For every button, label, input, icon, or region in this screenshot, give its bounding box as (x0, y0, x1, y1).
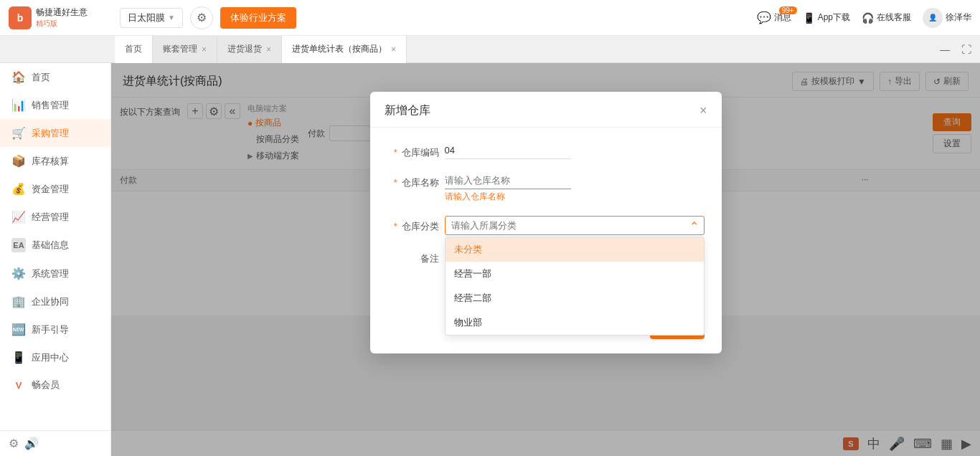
tab-purchase-stats-close-icon[interactable]: × (391, 44, 396, 54)
sidebar-item-system[interactable]: ⚙️ 系统管理 (0, 260, 110, 288)
required-mark-name: * (394, 177, 397, 188)
dropdown-item-unclassified[interactable]: 未分类 (446, 237, 704, 262)
tab-purchase-return-close-icon[interactable]: × (266, 44, 271, 54)
name-input-wrapper: 请输入仓库名称 (445, 172, 705, 203)
user-icon: 👤 (928, 14, 937, 22)
tab-maximize-icon[interactable]: ⛶ (958, 42, 974, 57)
sidebar-item-purchase[interactable]: 🛒 采购管理 (0, 119, 110, 147)
name-input[interactable] (445, 172, 571, 189)
sidebar-item-basic-label: 基础信息 (32, 239, 69, 252)
dropdown-item-dept3[interactable]: 物业部 (446, 310, 704, 335)
logo-area: b 畅捷通好生意 精巧版 (9, 6, 120, 29)
sidebar-item-guide[interactable]: 🆕 新手引导 (0, 315, 110, 343)
store-selector[interactable]: 日太阳膜 ▼ (120, 8, 183, 28)
finance-icon: 💰 (11, 182, 26, 196)
top-header: b 畅捷通好生意 精巧版 日太阳膜 ▼ ⚙ 体验行业方案 💬 消息 99+ 📱 … (0, 0, 980, 36)
store-chevron-icon: ▼ (168, 14, 175, 22)
sidebar-settings-icon[interactable]: ⚙ (9, 437, 19, 450)
sidebar-item-operations[interactable]: 📈 经营管理 (0, 203, 110, 231)
store-name: 日太阳膜 (128, 11, 165, 24)
sidebar-item-sales[interactable]: 📊 销售管理 (0, 91, 110, 119)
sidebar-item-basic[interactable]: EA 基础信息 (0, 231, 110, 260)
inventory-icon: 📦 (11, 154, 26, 168)
vip-icon: V (11, 380, 26, 391)
sidebar-item-enterprise[interactable]: 🏢 企业协同 (0, 288, 110, 315)
name-error-hint: 请输入仓库名称 (445, 191, 705, 203)
dialog-body: * 仓库编码 * 仓库名称 (370, 128, 722, 306)
sidebar-item-system-label: 系统管理 (32, 267, 69, 280)
category-input[interactable] (445, 216, 705, 235)
required-mark-category: * (394, 221, 397, 232)
code-label: * 仓库编码 (387, 142, 445, 159)
tab-minimize-icon[interactable]: — (937, 42, 953, 57)
sidebar-item-appcenter-label: 应用中心 (32, 351, 69, 364)
sidebar-item-home-label: 首页 (32, 71, 50, 84)
category-input-wrapper: ⌃ 未分类 经营一部 经营二部 物业部 (445, 216, 705, 235)
sidebar-bottom: ⚙ 🔊 (0, 430, 110, 456)
category-chevron-icon[interactable]: ⌃ (689, 219, 699, 232)
system-icon: ⚙️ (11, 267, 26, 280)
home-icon: 🏠 (11, 70, 26, 84)
tab-home-label: 首页 (125, 43, 142, 55)
main-layout: 🏠 首页 📊 销售管理 🛒 采购管理 📦 库存核算 💰 资金管理 📈 经营管理 … (0, 63, 980, 456)
logo-text: 畅捷通好生意 精巧版 (36, 6, 88, 29)
operations-icon: 📈 (11, 210, 26, 224)
code-input-wrapper (445, 142, 705, 159)
tab-accounts[interactable]: 账套管理 × (153, 36, 217, 63)
appcenter-icon: 📱 (11, 351, 26, 364)
tab-purchase-stats-label: 进货单统计表（按商品） (292, 43, 387, 55)
content-area: 进货单统计(按商品) 🖨 按模板打印 ▼ ↑ 导出 ↺ 刷新 按以下方案查询 (111, 63, 980, 456)
guide-icon: 🆕 (11, 323, 26, 336)
sidebar-item-home[interactable]: 🏠 首页 (0, 63, 110, 91)
customer-service-btn[interactable]: 🎧 在线客服 (862, 11, 911, 24)
sidebar-item-vip-label: 畅会员 (32, 379, 60, 391)
dialog-header: 新增仓库 × (370, 92, 722, 128)
name-label: * 仓库名称 (387, 172, 445, 189)
dropdown-item-dept1[interactable]: 经营一部 (446, 262, 704, 286)
category-dropdown: 未分类 经营一部 经营二部 物业部 (445, 237, 705, 336)
form-row-category: * 仓库分类 ⌃ 未分类 经营一部 经营二部 物业部 (387, 216, 705, 235)
sidebar-item-sales-label: 销售管理 (32, 99, 69, 112)
tab-accounts-close-icon[interactable]: × (202, 44, 207, 54)
tab-bar-right: — ⛶ (937, 42, 980, 57)
category-label: * 仓库分类 (387, 216, 445, 233)
headset-icon: 🎧 (862, 12, 874, 24)
required-mark-code: * (394, 147, 397, 158)
dialog-title: 新增仓库 (385, 103, 430, 118)
header-right: 💬 消息 99+ 📱 App下载 🎧 在线客服 👤 徐泽华 (757, 8, 971, 28)
sidebar-item-enterprise-label: 企业协同 (32, 295, 69, 308)
notes-label: 备注 (387, 248, 445, 265)
sidebar-item-appcenter[interactable]: 📱 应用中心 (0, 343, 110, 371)
sidebar: 🏠 首页 📊 销售管理 🛒 采购管理 📦 库存核算 💰 资金管理 📈 经营管理 … (0, 63, 111, 456)
trial-btn[interactable]: 体验行业方案 (220, 7, 296, 29)
notification-badge: 99+ (779, 6, 797, 14)
mobile-icon: 📱 (803, 12, 815, 24)
code-input[interactable] (445, 142, 571, 159)
app-download-btn[interactable]: 📱 App下载 (803, 11, 850, 24)
sidebar-item-inventory[interactable]: 📦 库存核算 (0, 147, 110, 175)
user-menu[interactable]: 👤 徐泽华 (923, 8, 971, 28)
modal-overlay[interactable]: 新增仓库 × * 仓库编码 (111, 63, 980, 456)
sales-icon: 📊 (11, 98, 26, 112)
tab-purchase-stats[interactable]: 进货单统计表（按商品） × (282, 36, 407, 63)
notifications-btn[interactable]: 💬 消息 99+ (757, 11, 791, 24)
bell-icon: 💬 (757, 11, 771, 24)
form-row-code: * 仓库编码 (387, 142, 705, 159)
new-warehouse-dialog: 新增仓库 × * 仓库编码 (370, 92, 722, 353)
sidebar-item-operations-label: 经营管理 (32, 211, 69, 224)
tab-home[interactable]: 首页 (115, 36, 153, 63)
dropdown-item-dept2[interactable]: 经营二部 (446, 286, 704, 310)
purchase-icon: 🛒 (11, 126, 26, 140)
enterprise-icon: 🏢 (11, 295, 26, 308)
dialog-close-icon[interactable]: × (699, 103, 707, 118)
sidebar-item-guide-label: 新手引导 (32, 323, 69, 336)
settings-gear-icon[interactable]: ⚙ (190, 6, 213, 29)
tab-purchase-return[interactable]: 进货退货 × (217, 36, 282, 63)
basic-icon: EA (11, 238, 26, 252)
sidebar-speaker-icon[interactable]: 🔊 (24, 437, 39, 450)
sidebar-item-inventory-label: 库存核算 (32, 155, 69, 168)
sidebar-item-finance[interactable]: 💰 资金管理 (0, 175, 110, 203)
sidebar-item-vip[interactable]: V 畅会员 (0, 371, 110, 399)
tab-accounts-label: 账套管理 (163, 43, 197, 55)
tab-bar: 首页 账套管理 × 进货退货 × 进货单统计表（按商品） × — ⛶ (0, 36, 980, 63)
